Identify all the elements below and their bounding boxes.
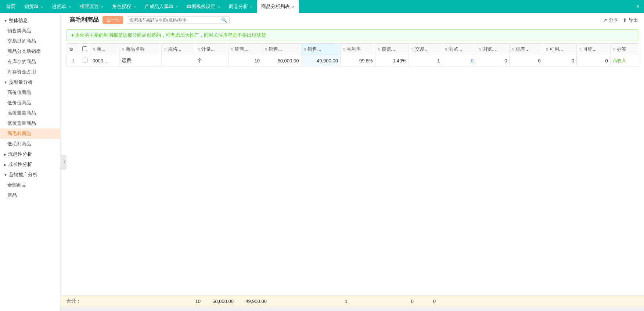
sort-icon-available: ⇅ bbox=[512, 47, 515, 51]
share-button[interactable]: ↗ 分享 bbox=[603, 17, 618, 23]
nav-tab-analysis-list-label: 商品分析列表 bbox=[261, 3, 290, 10]
col-sales2[interactable]: ⇅ 销售... bbox=[262, 44, 301, 55]
nav-tab-analysis-label: 商品分析 bbox=[229, 3, 248, 10]
nav-tab-permissions-close[interactable]: × bbox=[101, 4, 103, 9]
select-all-checkbox[interactable] bbox=[82, 46, 87, 51]
nav-tab-purchase-close[interactable]: × bbox=[68, 4, 71, 9]
sidebar-item-high-value[interactable]: 高价值商品 bbox=[0, 87, 60, 98]
nav-tab-roles-close[interactable]: × bbox=[133, 4, 136, 9]
sidebar-group-contribution[interactable]: ▼ 贡献量分析 bbox=[0, 77, 60, 87]
col-available-label: 现有... bbox=[516, 46, 529, 53]
sidebar-item-low-margin[interactable]: 低毛利商品 bbox=[0, 139, 60, 149]
col-gross-rate[interactable]: ⇅ 毛利率 bbox=[340, 44, 375, 55]
sidebar-item-high-coverage[interactable]: 高覆盖量商品 bbox=[0, 108, 60, 118]
footer-bar: 合计： 10 50,000.00 49,900.00 1 0 0 bbox=[61, 295, 644, 307]
cell-checkbox[interactable] bbox=[80, 55, 90, 66]
row-checkbox[interactable] bbox=[83, 58, 87, 62]
sidebar-item-new-goods[interactable]: 新品 bbox=[0, 190, 60, 200]
sidebar-collapse-button[interactable]: 《 bbox=[61, 155, 66, 170]
sidebar-item-stocked-goods[interactable]: 有库存的商品 bbox=[0, 57, 60, 67]
sidebar-group-marketing-arrow: ▼ bbox=[4, 173, 7, 177]
export-button[interactable]: ⬆ 导出 bbox=[623, 17, 638, 23]
nav-tab-analysis-list-close[interactable]: × bbox=[292, 4, 294, 9]
horizontal-scrollbar[interactable] bbox=[61, 307, 644, 311]
col-unit[interactable]: ⇅ 计量... bbox=[195, 44, 229, 55]
col-browse1[interactable]: ⇅ 浏览... bbox=[442, 44, 476, 55]
sidebar-item-all-goods[interactable]: 全部商品 bbox=[0, 180, 60, 190]
col-trade[interactable]: ⇅ 交易... bbox=[409, 44, 442, 55]
nav-tab-permissions-label: 权限设置 bbox=[80, 3, 99, 10]
nav-tab-roles[interactable]: 角色授权 × bbox=[108, 0, 140, 13]
sidebar-group-marketing[interactable]: ▼ 营销推广分析 bbox=[0, 170, 60, 180]
sidebar-group-contribution-label: 贡献量分析 bbox=[9, 79, 33, 86]
sidebar-item-traded-goods[interactable]: 交易过的商品 bbox=[0, 36, 60, 46]
nav-tab-home[interactable]: 首页 bbox=[1, 0, 20, 13]
col-tag[interactable]: ⇅ 标签 bbox=[610, 44, 638, 55]
col-trade-label: 交易... bbox=[415, 46, 429, 53]
nav-tab-purchase[interactable]: 进货单 × bbox=[47, 0, 75, 13]
col-saleable[interactable]: ⇅ 可销... bbox=[577, 44, 610, 55]
footer-cell-11: 0 bbox=[417, 299, 439, 304]
col-saleable-label: 可销... bbox=[583, 46, 597, 53]
sidebar-item-low-coverage[interactable]: 低覆盖量商品 bbox=[0, 118, 60, 129]
nav-tab-template-close[interactable]: × bbox=[217, 4, 220, 9]
export-icon: ⬆ bbox=[623, 17, 627, 23]
col-sales1[interactable]: ⇅ 销售... bbox=[229, 44, 262, 55]
nav-tab-template-label: 单据模板设置 bbox=[187, 3, 215, 10]
cell-usable: 0 bbox=[543, 55, 576, 66]
cell-unit: 个 bbox=[195, 55, 229, 66]
cell-coverage: 1.49% bbox=[375, 55, 409, 66]
sidebar-item-category-rate[interactable]: 商品分类助销率 bbox=[0, 46, 60, 57]
data-table: ⚙ ⇅ 商... bbox=[66, 43, 638, 66]
nav-tab-analysis-close[interactable]: × bbox=[250, 4, 252, 9]
search-input[interactable] bbox=[129, 18, 221, 23]
sidebar-item-inventory-capital[interactable]: 库存资金占用 bbox=[0, 67, 60, 77]
sort-icon-unit: ⇅ bbox=[197, 47, 200, 51]
col-spec[interactable]: ⇅ 规格... bbox=[161, 44, 195, 55]
sidebar-group-growth-label: 成长性分析 bbox=[8, 161, 32, 168]
nav-tab-sales[interactable]: 销货单 × bbox=[20, 0, 47, 13]
cell-browse1[interactable]: 0 bbox=[442, 55, 476, 66]
col-available[interactable]: ⇅ 现有... bbox=[510, 44, 543, 55]
collapse-icon: 《 bbox=[62, 159, 66, 165]
sort-icon-tag: ⇅ bbox=[613, 47, 616, 51]
nav-tab-template[interactable]: 单据模板设置 × bbox=[182, 0, 224, 13]
sidebar-item-high-margin[interactable]: 高毛利商品 bbox=[0, 129, 60, 139]
sidebar-group-growth[interactable]: ▶ 成长性分析 bbox=[0, 159, 60, 170]
sidebar-group-trend[interactable]: ▶ 流趋性分析 bbox=[0, 149, 60, 159]
col-sales3[interactable]: ⇅ 销售... bbox=[301, 44, 340, 55]
sidebar-group-overall-arrow: ▼ bbox=[4, 19, 7, 23]
nav-tab-analysis-list[interactable]: 商品分析列表 × bbox=[257, 0, 299, 13]
sort-icon-name: ⇅ bbox=[122, 47, 125, 51]
nav-tab-sales-close[interactable]: × bbox=[41, 4, 43, 9]
footer-cell-3: 50,000.00 bbox=[204, 299, 237, 304]
col-name[interactable]: ⇅ 商品名称 bbox=[119, 44, 161, 55]
col-code[interactable]: ⇅ 商... bbox=[90, 44, 119, 55]
col-usable[interactable]: ⇅ 可用... bbox=[543, 44, 576, 55]
sort-icon-sales2: ⇅ bbox=[265, 47, 267, 51]
cell-name: 运费 bbox=[119, 55, 161, 66]
filter-recent-month-button[interactable]: 近一月 bbox=[102, 16, 123, 24]
nav-tab-analysis[interactable]: 商品分析 × bbox=[224, 0, 257, 13]
nav-tab-permissions[interactable]: 权限设置 × bbox=[75, 0, 108, 13]
info-banner: ♦ 企业的主要的利润都是这部分商品创造的，可考虑加大推广，同时关注库存是不要出现… bbox=[66, 29, 638, 41]
sidebar-item-low-value[interactable]: 低价值商品 bbox=[0, 98, 60, 108]
col-checkbox[interactable] bbox=[80, 44, 90, 55]
nav-tab-inbound[interactable]: 产成品入库单 × bbox=[140, 0, 182, 13]
close-all-button[interactable]: × bbox=[633, 3, 643, 10]
footer-cell-7: 1 bbox=[328, 299, 350, 304]
search-icon[interactable]: 🔍 bbox=[221, 17, 227, 23]
col-coverage[interactable]: ⇅ 覆盖... bbox=[375, 44, 409, 55]
sort-icon-browse2: ⇅ bbox=[478, 47, 481, 51]
nav-tab-inbound-close[interactable]: × bbox=[176, 4, 178, 9]
sidebar-item-sales-goods[interactable]: 销售类商品 bbox=[0, 26, 60, 36]
col-browse2[interactable]: ⇅ 浏览... bbox=[476, 44, 509, 55]
col-settings[interactable]: ⚙ bbox=[67, 44, 80, 55]
sidebar-group-overall[interactable]: ▼ 整体信息 bbox=[0, 15, 60, 26]
nav-tab-purchase-label: 进货单 bbox=[52, 3, 66, 10]
table-container: ⚙ ⇅ 商... bbox=[61, 43, 644, 295]
nav-tab-roles-label: 角色授权 bbox=[112, 3, 131, 10]
cell-sales1: 10 bbox=[229, 55, 262, 66]
col-tag-label: 标签 bbox=[617, 46, 626, 53]
content-area: 《 高毛利商品 近一月 🔍 ↗ 分享 ⬆ 导出 ♦ 企业 bbox=[61, 13, 644, 311]
